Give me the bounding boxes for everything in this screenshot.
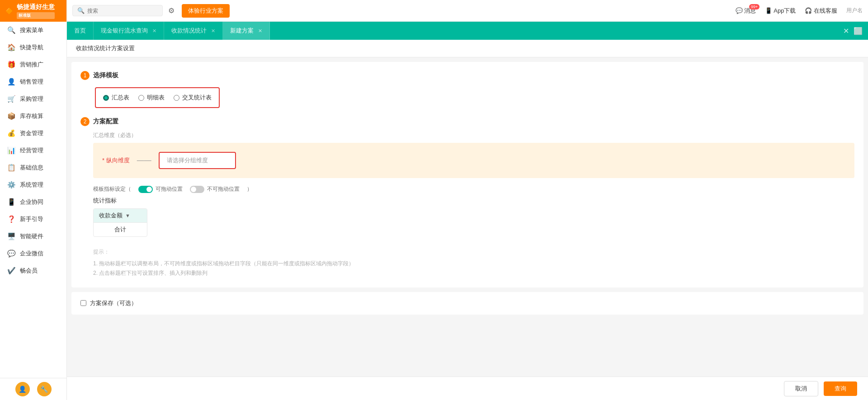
user-icon: 👤 [7, 78, 15, 86]
app-download-button[interactable]: 📱 App下载 [765, 7, 796, 15]
message-button[interactable]: 💬 消息 99+ [736, 7, 756, 15]
metric-chevron-icon: ▼ [125, 213, 130, 218]
cancel-button[interactable]: 取消 [784, 381, 818, 396]
sidebar-item-purchase[interactable]: 🛒 采购管理 [0, 90, 66, 108]
trial-button[interactable]: 体验行业方案 [182, 4, 230, 18]
home-icon: 🏠 [7, 43, 15, 52]
metric-body: 合计 [94, 223, 147, 236]
metric-header[interactable]: 收款金额 ▼ [94, 209, 147, 223]
tab-close-bank-flow[interactable]: ✕ [152, 28, 156, 34]
search-menu-icon: 🔍 [7, 26, 15, 34]
dimension-selector[interactable]: 请选择分组维度 [159, 152, 236, 169]
sidebar-item-guide[interactable]: ❓ 新手引导 [0, 211, 66, 228]
sidebar-item-label: 快捷导航 [20, 43, 43, 52]
draggable-toggle[interactable] [138, 186, 153, 193]
sidebar-item-label: 基础信息 [20, 164, 43, 172]
tab-bank-flow[interactable]: 现金银行流水查询 ✕ [94, 22, 164, 40]
radio-summary-label[interactable]: 汇总表 [112, 94, 129, 102]
sidebar-item-search-menu[interactable]: 🔍 搜索菜单 [0, 22, 66, 39]
radio-detail-label[interactable]: 明细表 [147, 94, 165, 102]
money-icon: 💰 [7, 129, 15, 137]
metrics-header: 模板指标设定（ 可拖动位置 不可拖动位置 ） [93, 185, 854, 193]
sidebar-item-weixin[interactable]: 💬 企业微信 [0, 245, 66, 262]
sidebar-item-basic-info[interactable]: 📋 基础信息 [0, 159, 66, 176]
sidebar-item-finance[interactable]: 💰 资金管理 [0, 125, 66, 142]
tab-new-plan[interactable]: 新建方案 ✕ [223, 22, 270, 40]
footer-bar: 取消 查询 [67, 376, 868, 400]
logo-text: 畅捷通好生意 [17, 3, 55, 11]
non-draggable-toggle[interactable] [190, 186, 204, 193]
toggle-draggable[interactable]: 可拖动位置 [138, 185, 183, 193]
sidebar-item-label: 智能硬件 [20, 232, 43, 240]
sidebar-item-quick-nav[interactable]: 🏠 快捷导航 [0, 39, 66, 56]
question-icon: ❓ [7, 215, 15, 223]
page-title-bar: 收款情况统计方案设置 [67, 40, 868, 57]
radio-summary[interactable]: 汇总表 [103, 94, 129, 102]
page-title: 收款情况统计方案设置 [76, 45, 135, 52]
sidebar-item-label: 销售管理 [20, 78, 43, 86]
gift-icon: 🎁 [7, 61, 15, 69]
dimension-row: * 纵向维度 —— 请选择分组维度 [102, 152, 845, 169]
sidebar-logo: 🔶 畅捷通好生意 标准版 [0, 0, 66, 22]
settings-icon[interactable]: ⚙ [168, 6, 175, 15]
sidebar-settings-icon[interactable]: 🔧 [37, 382, 52, 396]
sidebar-item-operation[interactable]: 📊 经营管理 [0, 142, 66, 159]
sidebar-item-marketing[interactable]: 🎁 营销推广 [0, 56, 66, 73]
radio-detail-input[interactable] [138, 95, 144, 101]
tab-receipt-stats[interactable]: 收款情况统计 ✕ [164, 22, 223, 40]
online-service-button[interactable]: 🎧 在线客服 [805, 7, 837, 15]
sidebar-user-avatar[interactable]: 👤 [15, 382, 30, 396]
sidebar-item-enterprise[interactable]: 📱 企业协同 [0, 193, 66, 211]
tabbar-actions: ✕ ⬜ [838, 22, 868, 40]
dimension-box: * 纵向维度 —— 请选择分组维度 [93, 143, 854, 178]
vertical-dimension-label: * 纵向维度 [102, 156, 130, 165]
expand-tab-button[interactable]: ⬜ [854, 27, 863, 35]
sidebar-item-label: 畅会员 [20, 267, 38, 275]
step2-num: 2 [80, 117, 90, 126]
tab-close-receipt-stats[interactable]: ✕ [211, 28, 215, 34]
sidebar-bottom: 👤 🔧 [0, 378, 66, 400]
radio-summary-input[interactable] [103, 95, 109, 101]
topbar-search-box[interactable]: 🔍 [72, 5, 163, 16]
tab-close-new-plan[interactable]: ✕ [258, 28, 262, 34]
query-button[interactable]: 查询 [824, 381, 857, 396]
page-wrapper: 收款情况统计方案设置 1 选择模板 汇总表 [67, 40, 868, 400]
radio-cross-label[interactable]: 交叉统计表 [182, 94, 212, 102]
search-input[interactable] [87, 8, 151, 14]
logo-icon: 🔶 [5, 7, 13, 14]
phone-icon: 📱 [7, 198, 15, 206]
sidebar-item-sales[interactable]: 👤 销售管理 [0, 73, 66, 90]
tips-title: 提示： [93, 247, 854, 257]
chart-icon: 📊 [7, 146, 15, 155]
sidebar-item-label: 采购管理 [20, 95, 43, 103]
sidebar-item-label: 系统管理 [20, 181, 43, 189]
sidebar-item-label: 库存核算 [20, 112, 43, 120]
toggle-non-draggable[interactable]: 不可拖动位置 [190, 185, 240, 193]
sidebar-item-label: 资金管理 [20, 129, 43, 137]
monitor-icon: 🖥️ [7, 232, 15, 240]
step1-label: 选择模板 [93, 71, 118, 80]
save-section: 方案保存（可选） [71, 292, 863, 315]
sidebar-item-member[interactable]: ✔️ 畅会员 [0, 262, 66, 279]
main-area: 🔍 ⚙ 体验行业方案 💬 消息 99+ 📱 App下载 🎧 在线客服 用户名 首… [67, 0, 868, 400]
box-icon: 📦 [7, 112, 15, 120]
metrics-section: 模板指标设定（ 可拖动位置 不可拖动位置 ） [93, 185, 854, 238]
step2-label: 方案配置 [93, 118, 118, 126]
sidebar-item-label: 搜索菜单 [20, 26, 43, 34]
clipboard-icon: 📋 [7, 164, 15, 172]
headset-icon: 🎧 [805, 7, 812, 14]
sidebar-item-label: 营销推广 [20, 61, 43, 69]
radio-detail[interactable]: 明细表 [138, 94, 165, 102]
tabbar: 首页 现金银行流水查询 ✕ 收款情况统计 ✕ 新建方案 ✕ ✕ ⬜ [67, 22, 868, 40]
form-section: 1 选择模板 汇总表 明细表 [71, 62, 863, 287]
tab-home[interactable]: 首页 [67, 22, 94, 40]
sidebar-item-inventory[interactable]: 📦 库存核算 [0, 108, 66, 125]
radio-cross[interactable]: 交叉统计表 [174, 94, 212, 102]
content-area: 收款情况统计方案设置 1 选择模板 汇总表 [67, 40, 868, 400]
radio-cross-input[interactable] [174, 95, 179, 101]
sidebar-item-system[interactable]: ⚙️ 系统管理 [0, 176, 66, 193]
member-icon: ✔️ [7, 267, 15, 275]
close-tab-button[interactable]: ✕ [843, 27, 849, 35]
save-checkbox[interactable] [80, 300, 86, 306]
sidebar-item-hardware[interactable]: 🖥️ 智能硬件 [0, 228, 66, 245]
